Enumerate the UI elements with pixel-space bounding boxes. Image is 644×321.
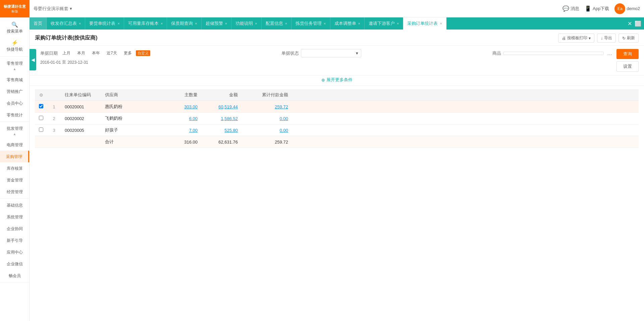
row2-extra <box>292 113 639 124</box>
table-settings-icon[interactable]: ⚙ <box>39 93 43 98</box>
tab-goods-stats[interactable]: 要货单统计表 × <box>85 17 124 30</box>
sidebar-item-ecommerce[interactable]: 电商管理 <box>0 139 29 151</box>
row3-check-input[interactable] <box>39 127 43 132</box>
col-settings[interactable]: ⚙ <box>35 89 47 101</box>
settings-button[interactable]: 设置 <box>616 61 639 72</box>
sidebar-item-enterprise[interactable]: 企业协同 <box>0 223 29 234</box>
tab-receive-summary[interactable]: 收发存汇总表 × <box>47 17 85 30</box>
row2-checkbox[interactable] <box>35 113 47 124</box>
refresh-button[interactable]: ↻ 刷新 <box>619 34 639 43</box>
workspace-selector[interactable]: 母婴行业演示账套 ▾ <box>34 6 72 12</box>
tab-goods-stats-close[interactable]: × <box>117 21 119 25</box>
row2-qty[interactable]: 6.00 <box>168 113 202 124</box>
message-btn[interactable]: 💬 消息 <box>562 5 579 12</box>
row3-code: 00020005 <box>61 124 101 136</box>
tab-expiry[interactable]: 保质期查询 × <box>167 17 201 30</box>
print-icon: 🖨 <box>562 36 566 41</box>
tab-purchase-stats[interactable]: 采购订单统计表 × <box>403 17 446 30</box>
row2-check-input[interactable] <box>39 116 43 120</box>
tab-invite-customer-close[interactable]: × <box>397 21 399 25</box>
sidebar-item-inventory[interactable]: 库存核算 <box>0 162 29 174</box>
tab-cost-adjust[interactable]: 成本调整单 × <box>330 17 365 30</box>
row3-extra <box>292 124 639 136</box>
tab-available-stock[interactable]: 可用量库存账本 × <box>124 17 167 30</box>
row2-amount[interactable]: 1,586.52 <box>202 113 242 124</box>
row1-amount[interactable]: 60,519.44 <box>202 101 242 113</box>
tab-function-desc[interactable]: 功能说明 × <box>231 17 261 30</box>
sidebar: 畅捷通好生意标版 🔍 搜索菜单 ⚡ 快捷导航 零售管理 ▲ 零售商城 营销推广 … <box>0 0 30 321</box>
expand-filter-btn[interactable]: ⊕ 展开更多条件 <box>321 77 353 83</box>
sidebar-item-retail-mgmt[interactable]: 零售管理 ▲ <box>0 57 29 74</box>
status-select[interactable]: ▾ <box>301 49 361 57</box>
sidebar-item-wechat[interactable]: 企业微信 <box>0 258 29 270</box>
date-btn-this-month[interactable]: 本月 <box>74 50 88 57</box>
goods-more-btn[interactable]: … <box>607 50 612 56</box>
tab-receive-summary-close[interactable]: × <box>79 21 81 25</box>
footer-num-cell <box>47 136 61 148</box>
tab-expiry-close[interactable]: × <box>195 21 197 25</box>
tab-goods-stats-label: 要货单统计表 <box>89 20 115 26</box>
user-section[interactable]: Ea demo2 <box>614 3 640 14</box>
tab-function-desc-close[interactable]: × <box>255 21 257 25</box>
date-btn-last-month[interactable]: 上月 <box>60 50 73 57</box>
date-btn-7days[interactable]: 近7天 <box>104 50 120 57</box>
footer-code-cell <box>61 136 101 148</box>
table-row[interactable]: 3 00020005 好孩子 7.00 525.80 0.00 <box>35 124 639 136</box>
table-row[interactable]: 2 00020002 飞鹤奶粉 6.00 1,586.52 0.00 <box>35 113 639 124</box>
tab-pick-task-close[interactable]: × <box>324 21 326 25</box>
tab-overstock[interactable]: 超储预警 × <box>202 17 231 30</box>
sidebar-item-retail-stats[interactable]: 零售统计 <box>0 109 29 121</box>
tab-invite-customer[interactable]: 邀请下游客户 × <box>365 17 403 30</box>
sidebar-item-search[interactable]: 🔍 搜索菜单 <box>0 19 29 37</box>
row3-qty[interactable]: 7.00 <box>168 124 202 136</box>
goods-input[interactable] <box>503 52 604 55</box>
row1-qty[interactable]: 303.00 <box>168 101 202 113</box>
query-button[interactable]: 查询 <box>616 49 639 59</box>
export-button[interactable]: ↓ 导出 <box>597 34 616 43</box>
sidebar-item-guide[interactable]: 新手引导 <box>0 234 29 246</box>
tab-pick-task[interactable]: 拣货任务管理 × <box>291 17 330 30</box>
print-button[interactable]: 🖨 按模板打印 ▾ <box>558 34 594 43</box>
custom-date-badge[interactable]: 自定义 <box>136 50 150 56</box>
table-row[interactable]: 1 00020001 惠氏奶粉 303.00 60,519.44 259.72 <box>35 101 639 113</box>
tab-overstock-close[interactable]: × <box>225 21 227 25</box>
filter-collapse-toggle[interactable]: ◀ <box>30 49 36 70</box>
tab-home-label: 首页 <box>34 20 42 26</box>
sidebar-item-marketing[interactable]: 营销推广 <box>0 86 29 97</box>
sidebar-item-purchase[interactable]: 采购管理 <box>0 151 29 162</box>
topbar: 母婴行业演示账套 ▾ 💬 消息 📱 App下载 Ea demo2 <box>30 0 644 17</box>
row1-paid[interactable]: 259.72 <box>242 101 292 113</box>
tab-cost-adjust-close[interactable]: × <box>358 21 360 25</box>
date-btn-this-year[interactable]: 本年 <box>89 50 103 57</box>
app-download-btn[interactable]: 📱 App下载 <box>585 5 609 12</box>
row3-checkbox[interactable] <box>35 124 47 136</box>
tab-maximize-btn[interactable]: ⬜ <box>635 20 641 27</box>
tab-config[interactable]: 配置信息 × <box>262 17 291 30</box>
sidebar-item-quick-nav[interactable]: ⚡ 快捷导航 <box>0 37 29 55</box>
row2-paid[interactable]: 0.00 <box>242 113 292 124</box>
tab-overstock-label: 超储预警 <box>206 20 223 26</box>
sidebar-item-operations[interactable]: 经营管理 <box>0 186 29 198</box>
row3-paid[interactable]: 0.00 <box>242 124 292 136</box>
tab-config-close[interactable]: × <box>285 21 287 25</box>
sidebar-item-app-center[interactable]: 应用中心 <box>0 246 29 258</box>
footer-amount: 62,631.76 <box>202 136 242 148</box>
row2-supplier: 飞鹤奶粉 <box>101 113 168 124</box>
sidebar-quicknav-label: 快捷导航 <box>1 47 28 52</box>
tab-home[interactable]: 首页 <box>30 17 47 30</box>
sidebar-item-retail-store[interactable]: 零售商城 <box>0 74 29 86</box>
sidebar-item-wholesale[interactable]: 批发管理 ▲ <box>0 122 29 139</box>
sidebar-item-basic-info[interactable]: 基础信息 <box>0 199 29 211</box>
sidebar-item-member[interactable]: 会员中心 <box>0 97 29 109</box>
row1-checkbox[interactable] <box>35 101 47 113</box>
tab-purchase-stats-close[interactable]: × <box>440 21 442 25</box>
row3-amount[interactable]: 525.80 <box>202 124 242 136</box>
sidebar-item-system[interactable]: 系统管理 <box>0 211 29 223</box>
tab-close-all-btn[interactable]: ✕ <box>628 20 632 27</box>
sidebar-enterprise-label: 企业协同 <box>1 226 28 232</box>
tab-available-stock-close[interactable]: × <box>161 21 163 25</box>
sidebar-item-member2[interactable]: 畅会员 <box>0 270 29 281</box>
row1-check-input[interactable] <box>39 104 43 108</box>
date-btn-more[interactable]: 更多 <box>121 50 135 57</box>
sidebar-item-finance[interactable]: 资金管理 <box>0 174 29 186</box>
